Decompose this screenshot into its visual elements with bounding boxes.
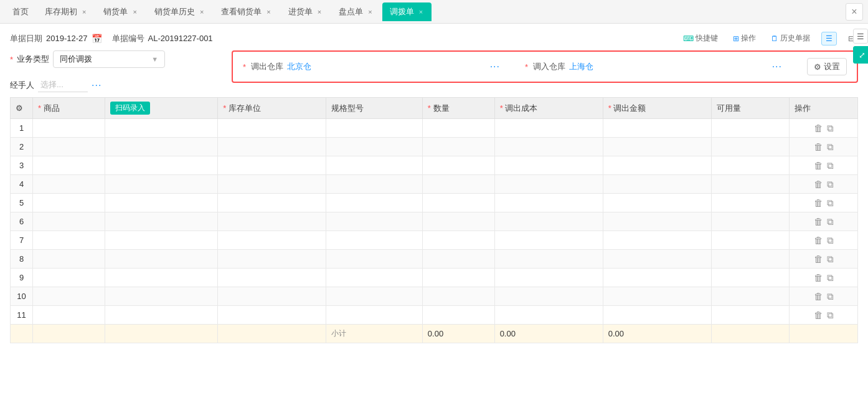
delete-icon[interactable]: 🗑 (814, 123, 823, 133)
handler-select[interactable]: 选择... (38, 78, 88, 92)
scan-button[interactable]: 扫码录入 (110, 102, 150, 115)
copy-icon[interactable]: ⧉ (827, 141, 834, 153)
cell-qty[interactable] (422, 138, 494, 156)
cell-qty[interactable] (422, 212, 494, 231)
delete-icon[interactable]: 🗑 (814, 198, 823, 208)
cell-product[interactable] (33, 175, 105, 194)
cell-amount[interactable] (603, 138, 711, 156)
th-scan[interactable]: 扫码录入 (105, 98, 217, 119)
cell-product[interactable] (33, 287, 105, 306)
cell-cost[interactable] (494, 175, 603, 194)
copy-icon[interactable]: ⧉ (827, 123, 834, 134)
cell-unit[interactable] (218, 231, 326, 250)
tab-purchase[interactable]: 进货单 × (281, 2, 330, 21)
cell-qty[interactable] (422, 175, 494, 194)
cell-unit[interactable] (218, 212, 326, 231)
cell-spec[interactable] (326, 212, 423, 231)
cell-product-last[interactable] (33, 306, 105, 325)
cell-spec-last[interactable] (326, 306, 423, 325)
cell-unit-last[interactable] (218, 306, 326, 325)
cell-unit[interactable] (218, 138, 326, 156)
cell-product[interactable] (33, 269, 105, 287)
cell-spec[interactable] (326, 138, 423, 156)
th-gear[interactable]: ⚙ (11, 98, 33, 119)
operation-button[interactable]: ⊞ 操作 (729, 31, 760, 45)
tab-inventory-init-close[interactable]: × (81, 8, 87, 16)
cell-cost[interactable] (494, 119, 603, 138)
warehouse-out-value[interactable]: 北京仓 (287, 61, 311, 72)
cell-qty[interactable] (422, 269, 494, 287)
delete-icon[interactable]: 🗑 (814, 254, 823, 264)
copy-icon-last[interactable]: ⧉ (827, 310, 834, 321)
tab-sales-order[interactable]: 销货单 × (96, 2, 145, 21)
tab-transfer[interactable]: 调拨单 × (382, 2, 432, 21)
cell-unit[interactable] (218, 287, 326, 306)
cell-product[interactable] (33, 119, 105, 138)
cell-qty[interactable] (422, 119, 494, 138)
cell-cost-last[interactable] (494, 306, 603, 325)
copy-icon[interactable]: ⧉ (827, 216, 834, 227)
cell-product[interactable] (33, 194, 105, 212)
sidebar-list-icon[interactable]: ☰ (853, 29, 868, 44)
tab-sales-order-close[interactable]: × (131, 8, 138, 16)
delete-icon-last[interactable]: 🗑 (814, 310, 823, 320)
cell-amount[interactable] (603, 175, 711, 194)
warehouse-out-more-button[interactable]: ··· (490, 61, 500, 72)
copy-icon[interactable]: ⧉ (827, 291, 834, 302)
copy-icon[interactable]: ⧉ (827, 254, 834, 265)
delete-icon[interactable]: 🗑 (814, 141, 823, 152)
cell-amount[interactable] (603, 156, 711, 175)
warehouse-in-value[interactable]: 上海仓 (569, 61, 593, 72)
cell-unit[interactable] (218, 269, 326, 287)
cell-qty-last[interactable] (422, 306, 494, 325)
business-type-select[interactable]: 同价调拨 ▼ (53, 50, 165, 68)
tab-view-sales[interactable]: 查看销货单 × (214, 2, 279, 21)
cell-amount[interactable] (603, 231, 711, 250)
settings-button[interactable]: ⚙ 设置 (807, 58, 847, 75)
table-scroll[interactable]: ⚙ * 商品 扫码录入 * 库存单位 (10, 97, 858, 343)
window-close-button[interactable]: × (846, 3, 863, 21)
shortcut-button[interactable]: ⌨ 快捷键 (679, 31, 722, 45)
cell-spec[interactable] (326, 269, 423, 287)
history-button[interactable]: 🗒 历史单据 (767, 31, 814, 45)
cell-cost[interactable] (494, 269, 603, 287)
cell-cost[interactable] (494, 212, 603, 231)
cell-spec[interactable] (326, 231, 423, 250)
cell-qty[interactable] (422, 250, 494, 269)
tab-purchase-close[interactable]: × (316, 8, 323, 16)
copy-icon[interactable]: ⧉ (827, 235, 834, 246)
cell-product[interactable] (33, 212, 105, 231)
tab-view-sales-close[interactable]: × (265, 8, 271, 16)
cell-amount[interactable] (603, 194, 711, 212)
cell-amount[interactable] (603, 212, 711, 231)
delete-icon[interactable]: 🗑 (814, 216, 823, 227)
cell-cost[interactable] (494, 138, 603, 156)
sidebar-expand-icon[interactable]: ⤢ (853, 46, 868, 64)
cell-cost[interactable] (494, 287, 603, 306)
delete-icon[interactable]: 🗑 (814, 235, 823, 245)
warehouse-in-more-button[interactable]: ··· (772, 61, 782, 72)
cell-qty[interactable] (422, 287, 494, 306)
cell-product[interactable] (33, 231, 105, 250)
cell-unit[interactable] (218, 156, 326, 175)
cell-unit[interactable] (218, 175, 326, 194)
cell-product[interactable] (33, 250, 105, 269)
delete-icon[interactable]: 🗑 (814, 179, 823, 189)
tab-stocktake-close[interactable]: × (367, 8, 373, 16)
calendar-icon[interactable]: 📅 (92, 34, 102, 44)
delete-icon[interactable]: 🗑 (814, 291, 823, 302)
tab-transfer-close[interactable]: × (418, 8, 424, 16)
copy-icon[interactable]: ⧉ (827, 160, 834, 171)
cell-cost[interactable] (494, 250, 603, 269)
cell-amount[interactable] (603, 119, 711, 138)
copy-icon[interactable]: ⧉ (827, 198, 834, 209)
cell-amount[interactable] (603, 287, 711, 306)
cell-qty[interactable] (422, 231, 494, 250)
cell-qty[interactable] (422, 194, 494, 212)
cell-spec[interactable] (326, 156, 423, 175)
cell-spec[interactable] (326, 194, 423, 212)
cell-amount-last[interactable] (603, 306, 711, 325)
cell-amount[interactable] (603, 250, 711, 269)
cell-unit[interactable] (218, 119, 326, 138)
cell-product[interactable] (33, 138, 105, 156)
